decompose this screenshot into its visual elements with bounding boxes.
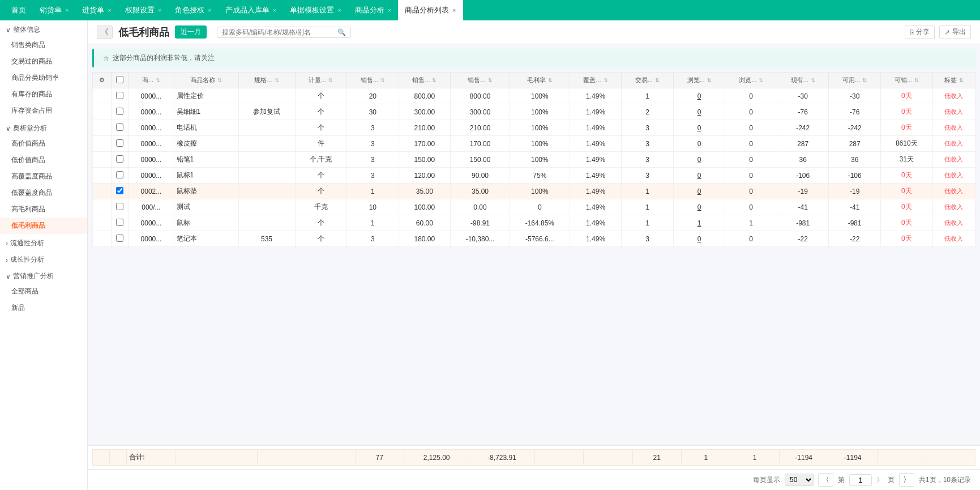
collapse-button[interactable]: 《 <box>97 25 113 39</box>
td-name: 鼠标垫 <box>174 184 238 199</box>
td-checkbox[interactable] <box>112 136 129 152</box>
sidebar-item-high-value[interactable]: 高价值商品 <box>0 135 87 152</box>
td-checkbox[interactable] <box>112 184 129 199</box>
nav-product-analysis-list[interactable]: 商品分析列表 × <box>398 0 463 20</box>
sidebar-item-high-margin[interactable]: 高毛利商品 <box>0 201 87 218</box>
nav-permission-setting[interactable]: 权限设置 × <box>118 0 168 20</box>
total-table: 合计: 77 2,125.00 -8,723.91 21 1 1 -1194 -… <box>92 449 975 466</box>
nav-close-icon[interactable]: × <box>452 0 456 20</box>
nav-template-setting[interactable]: 单据模板设置 × <box>283 0 348 20</box>
td-view1[interactable]: 0 <box>673 199 725 215</box>
nav-close-icon[interactable]: × <box>208 0 211 20</box>
td-view1[interactable]: 0 <box>673 168 725 184</box>
th-view2[interactable]: 浏览...⇅ <box>725 73 777 88</box>
td-view1[interactable]: 0 <box>673 152 725 168</box>
th-view1[interactable]: 浏览...⇅ <box>673 73 725 88</box>
sidebar-item-all-products[interactable]: 全部商品 <box>0 283 87 300</box>
nav-close-icon[interactable]: × <box>337 0 341 20</box>
arrow-down-icon: ∨ <box>6 125 11 133</box>
sidebar-group-analysis[interactable]: ∨ 奥析堂分析 <box>0 119 87 135</box>
th-name[interactable]: 商品名称⇅ <box>174 73 238 88</box>
table-row: 0000... 笔记本 535 个 3 180.00 -10,380... -5… <box>93 231 975 247</box>
td-checkbox[interactable] <box>112 199 129 215</box>
th-current[interactable]: 现有...⇅ <box>777 73 829 88</box>
sidebar-group-growth[interactable]: › 成长性分析 <box>0 250 87 267</box>
sidebar-group-overall[interactable]: ∨ 整体信息 <box>0 20 87 37</box>
sidebar-item-high-coverage[interactable]: 高覆盖度商品 <box>0 168 87 185</box>
td-view1[interactable]: 1 <box>673 215 725 231</box>
prev-page-button[interactable]: 〈 <box>818 473 833 487</box>
td-checkbox[interactable] <box>112 88 129 104</box>
sidebar-item-low-value[interactable]: 低价值商品 <box>0 152 87 168</box>
sidebar-item-low-margin[interactable]: 低毛利商品 <box>0 218 87 234</box>
select-all-checkbox[interactable] <box>116 76 123 83</box>
td-view1[interactable]: 0 <box>673 104 725 120</box>
td-view1[interactable]: 0 <box>673 88 725 104</box>
nav-close-icon[interactable]: × <box>388 0 391 20</box>
sidebar-group-marketing[interactable]: ∨ 营销推广分析 <box>0 267 87 283</box>
th-tag[interactable]: 标签⇅ <box>932 73 975 88</box>
next-page-button[interactable]: 〉 <box>899 473 914 487</box>
share-icon: ⎘ <box>910 28 914 36</box>
nav-product-in[interactable]: 产成品入库单 × <box>219 0 283 20</box>
th-available[interactable]: 可用...⇅ <box>829 73 881 88</box>
sidebar-item-category-rate[interactable]: 商品分类助销率 <box>0 70 87 86</box>
sidebar-group-circulation[interactable]: › 流通性分析 <box>0 234 87 250</box>
sidebar-item-in-stock[interactable]: 有库存的商品 <box>0 86 87 103</box>
th-code[interactable]: 商...⇅ <box>129 73 174 88</box>
td-current: -76 <box>777 104 829 120</box>
th-sales-amount[interactable]: 销售...⇅ <box>451 73 510 88</box>
nav-close-icon[interactable]: × <box>65 0 69 20</box>
th-sellable[interactable]: 可销...⇅ <box>880 73 932 88</box>
nav-role-auth[interactable]: 角色授权 × <box>168 0 218 20</box>
nav-sales-order[interactable]: 销货单 × <box>33 0 75 20</box>
th-unit[interactable]: 计量...⇅ <box>295 73 347 88</box>
nav-close-icon[interactable]: × <box>158 0 161 20</box>
td-checkbox[interactable] <box>112 120 129 136</box>
nav-purchase-order[interactable]: 进货单 × <box>75 0 118 20</box>
share-button[interactable]: ⎘ 分享 <box>905 25 935 39</box>
td-checkbox[interactable] <box>112 104 129 120</box>
td-coverage: 1.49% <box>570 231 622 247</box>
td-checkbox[interactable] <box>112 231 129 247</box>
td-view1[interactable]: 0 <box>673 231 725 247</box>
td-checkbox[interactable] <box>112 152 129 168</box>
td-available: -41 <box>829 199 881 215</box>
total-current: -1194 <box>779 450 828 466</box>
sidebar-item-new-products[interactable]: 新品 <box>0 300 87 316</box>
nav-close-icon[interactable]: × <box>108 0 111 20</box>
th-coverage[interactable]: 覆盖...⇅ <box>570 73 622 88</box>
total-view2: 1 <box>730 450 779 466</box>
td-settings <box>93 120 112 136</box>
nav-close-icon[interactable]: × <box>273 0 276 20</box>
page-suffix: 〉 <box>876 475 883 485</box>
sidebar-item-low-coverage[interactable]: 低覆盖度商品 <box>0 185 87 201</box>
page-input[interactable] <box>849 474 872 486</box>
td-sales-price: 300.00 <box>399 104 451 120</box>
td-view1[interactable]: 0 <box>673 136 725 152</box>
th-settings[interactable]: ⚙ <box>93 73 112 88</box>
export-button[interactable]: ↗ 导出 <box>939 25 971 39</box>
th-trade[interactable]: 交易...⇅ <box>622 73 674 88</box>
nav-product-analysis[interactable]: 商品分析 × <box>348 0 398 20</box>
search-input[interactable] <box>222 28 335 36</box>
th-checkbox[interactable] <box>112 73 129 88</box>
th-sales-price[interactable]: 销售...⇅ <box>399 73 451 88</box>
th-sales-qty[interactable]: 销售...⇅ <box>347 73 399 88</box>
sidebar-item-traded[interactable]: 交易过的商品 <box>0 53 87 70</box>
td-gross-margin: -164.85% <box>510 215 570 231</box>
sidebar-item-capital[interactable]: 库存资金占用 <box>0 103 87 119</box>
per-page-select[interactable]: 50 10 20 100 <box>785 474 814 486</box>
td-available: -19 <box>829 184 881 199</box>
th-spec[interactable]: 规格...⇅ <box>238 73 295 88</box>
td-checkbox[interactable] <box>112 168 129 184</box>
search-icon[interactable]: 🔍 <box>337 28 346 36</box>
sidebar-item-sales-category[interactable]: 销售类商品 <box>0 37 87 53</box>
th-gross-margin[interactable]: 毛利率⇅ <box>510 73 570 88</box>
td-checkbox[interactable] <box>112 215 129 231</box>
period-button[interactable]: 近一月 <box>175 25 207 39</box>
nav-home[interactable]: 首页 <box>5 0 33 20</box>
td-view1[interactable]: 0 <box>673 120 725 136</box>
td-view1[interactable]: 0 <box>673 184 725 199</box>
total-sales-price: 2,125.00 <box>404 450 469 466</box>
